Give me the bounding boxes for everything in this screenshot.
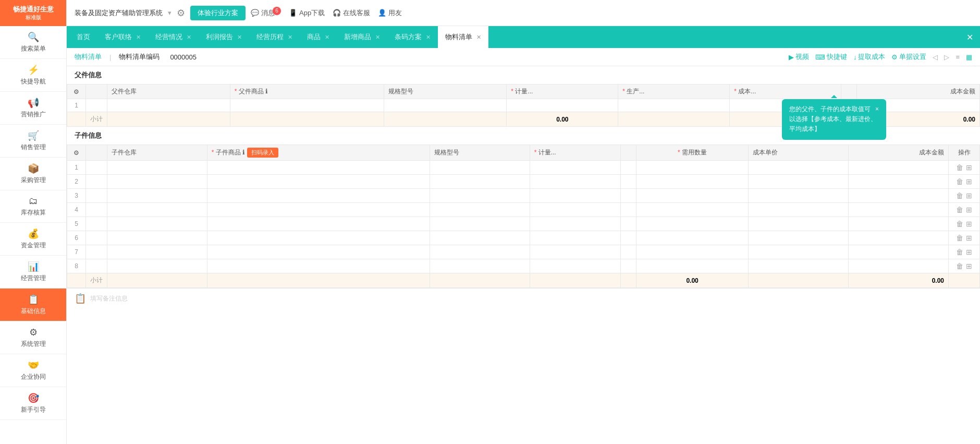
tab-close-barcode[interactable]: ✕ xyxy=(426,34,431,41)
child-row-8-cost-unit[interactable] xyxy=(749,259,849,273)
child-row-8-qty[interactable] xyxy=(636,259,748,273)
child-row-5-cost-amount[interactable] xyxy=(849,217,949,231)
child-row-4-warehouse[interactable] xyxy=(107,203,207,217)
child-col-settings[interactable]: ⚙ xyxy=(67,145,86,161)
sidebar-item-coop[interactable]: 🤝企业协同 xyxy=(0,354,66,387)
child-row-6-cost-amount[interactable] xyxy=(849,231,949,245)
child-row-8-warehouse[interactable] xyxy=(107,259,207,273)
child-row-3-goods[interactable] xyxy=(207,189,430,203)
delete-icon-6[interactable]: 🗑 xyxy=(956,234,963,242)
scan-btn[interactable]: 扫码录入 xyxy=(247,148,278,158)
child-row-2-cost-amount[interactable] xyxy=(849,175,949,189)
copy-icon-1[interactable]: ⊞ xyxy=(966,163,972,172)
nav-next-btn[interactable]: ▷ xyxy=(944,53,949,61)
parent-row-1-produce[interactable] xyxy=(618,99,730,112)
sidebar-item-quicknav[interactable]: ⚡快捷导航 xyxy=(0,59,66,92)
child-row-5-unit[interactable] xyxy=(530,217,620,231)
sidebar-item-basic[interactable]: 📋基础信息 xyxy=(0,289,66,321)
child-row-7-cost-unit[interactable] xyxy=(749,245,849,259)
copy-icon-6[interactable]: ⊞ xyxy=(966,234,972,242)
child-row-2-qty[interactable] xyxy=(636,175,748,189)
app-download-btn[interactable]: 📱 App下载 xyxy=(289,8,325,18)
user-menu[interactable]: 👤 用友 xyxy=(378,8,402,18)
tab-close-goods[interactable]: ✕ xyxy=(325,34,329,41)
child-row-7-spec[interactable] xyxy=(430,245,530,259)
delete-icon-1[interactable]: 🗑 xyxy=(956,163,963,172)
child-row-2-warehouse[interactable] xyxy=(107,175,207,189)
copy-icon-2[interactable]: ⊞ xyxy=(966,177,972,186)
child-row-8-spec[interactable] xyxy=(430,259,530,273)
sidebar-item-search[interactable]: 🔍搜索菜单 xyxy=(0,26,66,59)
child-row-3-warehouse[interactable] xyxy=(107,189,207,203)
child-row-5-spec[interactable] xyxy=(430,217,530,231)
shortcut-btn[interactable]: ⌨ 快捷键 xyxy=(815,52,847,62)
tab-goods[interactable]: 商品✕ xyxy=(300,26,337,48)
delete-icon-8[interactable]: 🗑 xyxy=(956,262,963,270)
online-service-btn[interactable]: 🎧 在线客服 xyxy=(333,8,370,18)
child-row-1-warehouse[interactable] xyxy=(107,161,207,175)
child-row-8-goods[interactable] xyxy=(207,259,430,273)
child-row-4-goods[interactable] xyxy=(207,203,430,217)
child-row-6-qty[interactable] xyxy=(636,231,748,245)
child-row-5-warehouse[interactable] xyxy=(107,217,207,231)
tab-close-bom[interactable]: ✕ xyxy=(476,34,481,41)
sidebar-item-finance[interactable]: 💰资金管理 xyxy=(0,223,66,256)
grid-view-btn[interactable]: ≡ xyxy=(956,53,960,61)
child-row-4-unit[interactable] xyxy=(530,203,620,217)
trial-btn[interactable]: 体验行业方案 xyxy=(190,6,246,20)
close-tab-btn[interactable]: ✕ xyxy=(962,32,977,42)
delete-icon-4[interactable]: 🗑 xyxy=(956,206,963,214)
child-row-1-spec[interactable] xyxy=(430,161,530,175)
child-row-8-cost-amount[interactable] xyxy=(849,259,949,273)
child-row-1-unit[interactable] xyxy=(530,161,620,175)
child-row-1-cost-unit[interactable] xyxy=(749,161,849,175)
parent-row-1-goods[interactable] xyxy=(230,99,384,112)
single-settings-btn[interactable]: ⚙ 单据设置 xyxy=(891,52,926,62)
tab-barcode[interactable]: 条码方案✕ xyxy=(387,26,438,48)
parent-col-settings[interactable]: ⚙ xyxy=(67,85,86,99)
copy-icon-7[interactable]: ⊞ xyxy=(966,248,972,256)
sidebar-item-operation[interactable]: 📊经营管理 xyxy=(0,256,66,289)
sidebar-item-guide[interactable]: 🎯新手引导 xyxy=(0,387,66,420)
child-row-6-warehouse[interactable] xyxy=(107,231,207,245)
tab-close-operation_status[interactable]: ✕ xyxy=(187,34,191,41)
child-row-3-qty[interactable] xyxy=(636,189,748,203)
dropdown-arrow[interactable]: ▾ xyxy=(168,9,172,17)
tab-close-customer[interactable]: ✕ xyxy=(136,34,141,41)
tab-home[interactable]: 首页 xyxy=(69,26,97,48)
extract-cost-btn[interactable]: ↓ 提取成本 xyxy=(853,52,886,62)
child-row-7-qty[interactable] xyxy=(636,245,748,259)
sidebar-item-marketing[interactable]: 📢营销推广 xyxy=(0,92,66,125)
child-row-2-unit[interactable] xyxy=(530,175,620,189)
copy-icon-3[interactable]: ⊞ xyxy=(966,191,972,200)
child-row-3-cost-unit[interactable] xyxy=(749,189,849,203)
child-row-3-unit[interactable] xyxy=(530,189,620,203)
child-row-3-spec[interactable] xyxy=(430,189,530,203)
tab-close-new_goods[interactable]: ✕ xyxy=(375,34,380,41)
child-row-1-cost-amount[interactable] xyxy=(849,161,949,175)
view-btn[interactable]: ▶ 视频 xyxy=(789,52,809,62)
copy-icon-5[interactable]: ⊞ xyxy=(966,220,972,228)
parent-row-1-spec[interactable] xyxy=(384,99,507,112)
note-placeholder[interactable]: 填写备注信息 xyxy=(90,294,128,303)
delete-icon-7[interactable]: 🗑 xyxy=(956,248,963,256)
child-row-4-cost-unit[interactable] xyxy=(749,203,849,217)
child-row-2-spec[interactable] xyxy=(430,175,530,189)
child-row-6-cost-unit[interactable] xyxy=(749,231,849,245)
child-row-4-spec[interactable] xyxy=(430,203,530,217)
nav-prev-btn[interactable]: ◁ xyxy=(933,53,938,61)
breadcrumb-parent[interactable]: 物料清单 xyxy=(75,52,102,62)
child-row-7-unit[interactable] xyxy=(530,245,620,259)
child-row-6-goods[interactable] xyxy=(207,231,430,245)
delete-icon-5[interactable]: 🗑 xyxy=(956,220,963,228)
child-row-4-qty[interactable] xyxy=(636,203,748,217)
delete-icon-3[interactable]: 🗑 xyxy=(956,191,963,200)
sidebar-item-purchase[interactable]: 📦采购管理 xyxy=(0,158,66,190)
delete-icon-2[interactable]: 🗑 xyxy=(956,177,963,186)
child-row-1-goods[interactable] xyxy=(207,161,430,175)
gear-icon[interactable]: ⚙ xyxy=(177,7,185,19)
tab-new_goods[interactable]: 新增商品✕ xyxy=(337,26,387,48)
child-row-7-goods[interactable] xyxy=(207,245,430,259)
child-row-5-qty[interactable] xyxy=(636,217,748,231)
child-row-6-spec[interactable] xyxy=(430,231,530,245)
